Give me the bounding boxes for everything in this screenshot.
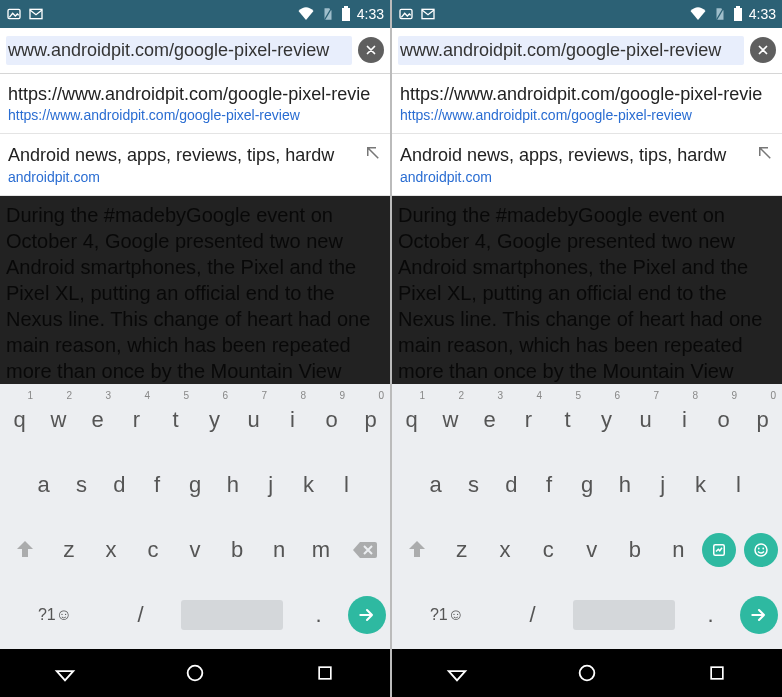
go-key[interactable] bbox=[740, 596, 778, 634]
keyboard: 1q2w3e4r5t6y7u8i9o0p asdfghjkl zxcvbnm ?… bbox=[0, 384, 390, 650]
key-u[interactable]: 7u bbox=[626, 388, 665, 453]
suggestion-subtitle: https://www.androidpit.com/google-pixel-… bbox=[400, 107, 774, 123]
key-o[interactable]: 9o bbox=[312, 388, 351, 453]
insert-suggestion-icon[interactable] bbox=[358, 144, 382, 167]
back-button[interactable] bbox=[35, 662, 95, 684]
slash-key[interactable]: / bbox=[110, 583, 171, 648]
clear-url-button[interactable] bbox=[358, 37, 384, 63]
shift-key[interactable] bbox=[4, 538, 46, 562]
symbols-key[interactable]: ?1☺ bbox=[4, 583, 106, 648]
key-f[interactable]: f bbox=[140, 453, 174, 518]
spacebar[interactable] bbox=[573, 600, 675, 630]
back-button[interactable] bbox=[427, 662, 487, 684]
symbols-key[interactable]: ?1☺ bbox=[396, 583, 498, 648]
key-s[interactable]: s bbox=[65, 453, 99, 518]
go-key[interactable] bbox=[348, 596, 386, 634]
insert-suggestion-icon[interactable] bbox=[750, 144, 774, 167]
sim-icon bbox=[713, 6, 727, 22]
key-j[interactable]: j bbox=[254, 453, 288, 518]
recents-button[interactable] bbox=[295, 663, 355, 683]
slash-key[interactable]: / bbox=[502, 583, 563, 648]
key-r[interactable]: 4r bbox=[509, 388, 548, 453]
key-b[interactable]: b bbox=[218, 518, 256, 583]
spacebar[interactable] bbox=[181, 600, 283, 630]
suggestion-title: Android news, apps, reviews, tips, hardw bbox=[8, 145, 358, 166]
key-o[interactable]: 9o bbox=[704, 388, 743, 453]
svg-rect-4 bbox=[344, 6, 348, 8]
suggestion-item[interactable]: Android news, apps, reviews, tips, hardw… bbox=[392, 134, 782, 196]
key-w[interactable]: 2w bbox=[39, 388, 78, 453]
chrooma-shape-key[interactable] bbox=[702, 533, 736, 567]
key-a[interactable]: a bbox=[27, 453, 61, 518]
key-v[interactable]: v bbox=[176, 518, 214, 583]
key-x[interactable]: x bbox=[92, 518, 130, 583]
key-h[interactable]: h bbox=[216, 453, 250, 518]
key-s[interactable]: s bbox=[457, 453, 491, 518]
key-d[interactable]: d bbox=[494, 453, 528, 518]
key-f[interactable]: f bbox=[532, 453, 566, 518]
backspace-key[interactable] bbox=[344, 538, 386, 562]
key-w[interactable]: 2w bbox=[431, 388, 470, 453]
page-content-dimmed: During the #madebyGoogle event on Octobe… bbox=[392, 196, 782, 384]
key-v[interactable]: v bbox=[572, 518, 611, 583]
key-y[interactable]: 6y bbox=[587, 388, 626, 453]
key-g[interactable]: g bbox=[178, 453, 212, 518]
key-r[interactable]: 4r bbox=[117, 388, 156, 453]
key-j[interactable]: j bbox=[646, 453, 680, 518]
key-a[interactable]: a bbox=[419, 453, 453, 518]
key-q[interactable]: 1q bbox=[0, 388, 39, 453]
key-e[interactable]: 3e bbox=[470, 388, 509, 453]
home-button[interactable] bbox=[557, 662, 617, 684]
key-x[interactable]: x bbox=[485, 518, 524, 583]
shift-key[interactable] bbox=[396, 538, 438, 562]
clock: 4:33 bbox=[357, 6, 384, 22]
key-l[interactable]: l bbox=[721, 453, 755, 518]
url-input[interactable]: www.androidpit.com/google-pixel-review bbox=[398, 36, 744, 65]
recents-button[interactable] bbox=[687, 663, 747, 683]
key-n[interactable]: n bbox=[659, 518, 698, 583]
svg-rect-6 bbox=[319, 667, 331, 679]
key-t[interactable]: 5t bbox=[156, 388, 195, 453]
period-key[interactable]: . bbox=[293, 583, 344, 648]
svg-rect-11 bbox=[736, 6, 740, 8]
key-z[interactable]: z bbox=[50, 518, 88, 583]
key-p[interactable]: 0p bbox=[351, 388, 390, 453]
key-i[interactable]: 8i bbox=[273, 388, 312, 453]
suggestion-item[interactable]: Android news, apps, reviews, tips, hardw… bbox=[0, 134, 390, 196]
key-d[interactable]: d bbox=[102, 453, 136, 518]
key-n[interactable]: n bbox=[260, 518, 298, 583]
key-y[interactable]: 6y bbox=[195, 388, 234, 453]
url-input[interactable]: www.androidpit.com/google-pixel-review bbox=[6, 36, 352, 65]
key-i[interactable]: 8i bbox=[665, 388, 704, 453]
phone-left: 4:33 www.androidpit.com/google-pixel-rev… bbox=[0, 0, 390, 697]
key-b[interactable]: b bbox=[615, 518, 654, 583]
svg-rect-10 bbox=[734, 8, 742, 21]
emoji-key[interactable] bbox=[744, 533, 778, 567]
status-bar: 4:33 bbox=[0, 0, 390, 28]
key-k[interactable]: k bbox=[292, 453, 326, 518]
period-key[interactable]: . bbox=[685, 583, 736, 648]
key-e[interactable]: 3e bbox=[78, 388, 117, 453]
key-u[interactable]: 7u bbox=[234, 388, 273, 453]
svg-point-16 bbox=[580, 666, 595, 681]
suggestion-title: https://www.androidpit.com/google-pixel-… bbox=[400, 84, 774, 105]
page-content-dimmed: During the #madebyGoogle event on Octobe… bbox=[0, 196, 390, 384]
key-c[interactable]: c bbox=[134, 518, 172, 583]
key-m[interactable]: m bbox=[302, 518, 340, 583]
wifi-icon bbox=[689, 5, 707, 23]
android-navbar bbox=[392, 649, 782, 697]
suggestion-item[interactable]: https://www.androidpit.com/google-pixel-… bbox=[392, 74, 782, 134]
clock: 4:33 bbox=[749, 6, 776, 22]
suggestion-item[interactable]: https://www.androidpit.com/google-pixel-… bbox=[0, 74, 390, 134]
key-q[interactable]: 1q bbox=[392, 388, 431, 453]
key-p[interactable]: 0p bbox=[743, 388, 782, 453]
key-l[interactable]: l bbox=[329, 453, 363, 518]
key-g[interactable]: g bbox=[570, 453, 604, 518]
home-button[interactable] bbox=[165, 662, 225, 684]
key-k[interactable]: k bbox=[684, 453, 718, 518]
key-z[interactable]: z bbox=[442, 518, 481, 583]
key-h[interactable]: h bbox=[608, 453, 642, 518]
key-c[interactable]: c bbox=[529, 518, 568, 583]
key-t[interactable]: 5t bbox=[548, 388, 587, 453]
clear-url-button[interactable] bbox=[750, 37, 776, 63]
